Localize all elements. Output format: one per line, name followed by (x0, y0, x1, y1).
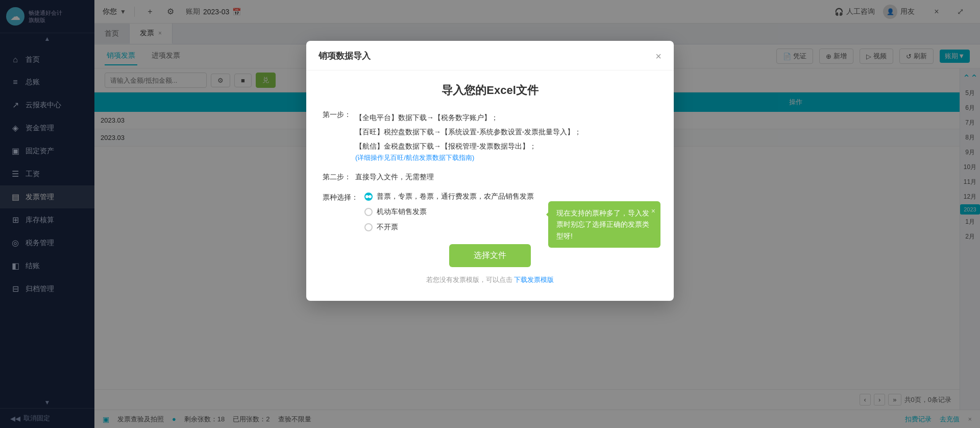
ticket-select: 票种选择： 普票，专票，卷票，通行费发票，农产品销售发票 (323, 192, 657, 232)
ticket-option-vehicle[interactable]: 机动车销售发票 (364, 207, 534, 217)
step-1: 第一步： 【全电平台】数据下载→【税务数字账户】； 【百旺】税控盘数据下载→【系… (323, 110, 657, 162)
download-template-link[interactable]: 下载发票模版 (514, 276, 554, 283)
radio-none (364, 223, 373, 231)
radio-normal (364, 193, 373, 201)
ticket-option-none[interactable]: 不开票 (364, 223, 534, 232)
modal-close-btn[interactable]: × (655, 51, 662, 61)
modal-footer: 若您没有发票模版，可以点击 下载发票模版 (323, 275, 657, 284)
modal-overlay: 销项数据导入 × 导入您的Excel文件 第一步： 【全电平台】数据下载→【税务… (0, 0, 980, 428)
ticket-options: 普票，专票，卷票，通行费发票，农产品销售发票 机动车销售发票 (364, 192, 534, 232)
import-modal: 销项数据导入 × 导入您的Excel文件 第一步： 【全电平台】数据下载→【税务… (306, 41, 674, 301)
ticket-option-normal[interactable]: 普票，专票，卷票，通行费发票，农产品销售发票 (364, 192, 534, 201)
modal-subtitle: 导入您的Excel文件 (323, 83, 657, 98)
select-file-btn[interactable]: 选择文件 (449, 244, 531, 267)
download-guide-link[interactable]: (详细操作见百旺/航信发票数据下载指南) (355, 153, 581, 162)
tooltip-container: × 现在支持的票种多了，导入发票时别忘了选择正确的发票类型呀! (548, 202, 660, 248)
radio-vehicle (364, 208, 373, 216)
modal-header: 销项数据导入 × (306, 41, 674, 70)
ticket-tooltip: × 现在支持的票种多了，导入发票时别忘了选择正确的发票类型呀! (548, 201, 660, 248)
step-2: 第二步： 直接导入文件，无需整理 (323, 173, 657, 182)
tooltip-close-btn[interactable]: × (651, 205, 655, 217)
step1-content: 【全电平台】数据下载→【税务数字账户】； 【百旺】税控盘数据下载→【系统设置-系… (355, 110, 581, 162)
modal-body: 导入您的Excel文件 第一步： 【全电平台】数据下载→【税务数字账户】； 【百… (306, 70, 674, 301)
